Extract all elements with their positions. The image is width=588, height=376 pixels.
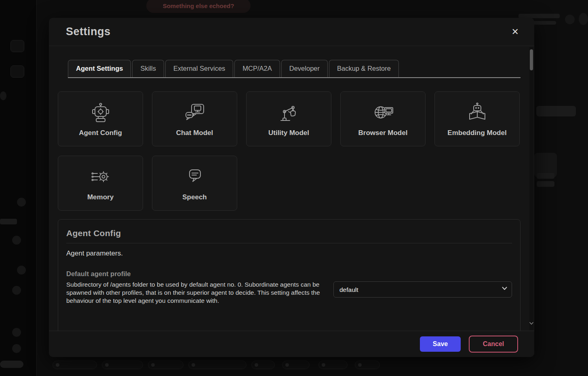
tab-backup-restore[interactable]: Backup & Restore: [329, 60, 399, 77]
modal-title: Settings: [66, 25, 111, 38]
background-right-widget: [537, 173, 554, 179]
background-sidebar-icon: [17, 198, 26, 207]
card-memory[interactable]: Memory: [58, 156, 143, 211]
background-chip: [251, 361, 275, 369]
field-description: Subdirectory of /agents folder to be use…: [66, 281, 320, 305]
tab-agent-settings[interactable]: Agent Settings: [68, 60, 131, 77]
field-control: default: [333, 270, 512, 305]
card-label: Agent Config: [79, 129, 122, 137]
background-sidebar-label: [0, 361, 23, 368]
background-toast: Something else echoed?: [146, 0, 251, 13]
scroll-down-icon[interactable]: [529, 322, 533, 327]
background-right-widget: [537, 181, 554, 187]
default-agent-profile-select[interactable]: default: [333, 281, 512, 298]
cancel-button[interactable]: Cancel: [469, 336, 518, 353]
background-sidebar: [0, 0, 37, 376]
background-chip: [355, 361, 380, 369]
tab-skills[interactable]: Skills: [132, 60, 164, 77]
background-sidebar-button: [11, 65, 24, 78]
background-sidebar-label: [0, 219, 17, 224]
modal-body: Agent Settings Skills External Services …: [49, 46, 534, 331]
background-chip: [188, 361, 247, 369]
background-avatar: [565, 15, 575, 24]
settings-modal: Settings ✕ Agent Settings Skills Externa…: [49, 18, 534, 357]
tab-mcp-a2a[interactable]: MCP/A2A: [234, 60, 280, 77]
background-sidebar-icon: [12, 328, 21, 337]
card-browser-model[interactable]: Browser Model: [340, 91, 426, 146]
modal-header: Settings ✕: [49, 18, 534, 46]
field-text: Default agent profile Subdirectory of /a…: [66, 270, 325, 305]
card-chat-model[interactable]: Chat Model: [152, 91, 237, 146]
background-chip: [282, 361, 310, 369]
background-chip: [53, 361, 97, 369]
speech-bubble-icon: [182, 165, 208, 188]
agent-config-panel: Agent Config Agent parameters. Default a…: [58, 219, 521, 331]
card-label: Embedding Model: [447, 129, 506, 137]
card-speech[interactable]: Speech: [152, 156, 237, 211]
card-agent-config[interactable]: Agent Config: [58, 91, 143, 146]
tab-external-services[interactable]: External Services: [165, 60, 233, 77]
background-chip: [148, 361, 183, 369]
card-label: Chat Model: [176, 129, 213, 137]
background-sidebar-icon: [12, 344, 21, 353]
modal-footer: Save Cancel: [49, 331, 534, 357]
save-button[interactable]: Save: [420, 336, 461, 352]
background-sidebar-icon: [17, 266, 26, 275]
background-chip: [318, 361, 348, 369]
robot-arm-icon: [276, 101, 302, 124]
background-chip: [102, 361, 143, 369]
background-avatar: [579, 13, 588, 25]
card-utility-model[interactable]: Utility Model: [246, 91, 331, 146]
card-embedding-model[interactable]: Embedding Model: [434, 91, 520, 146]
card-label: Speech: [182, 193, 207, 201]
modal-scrollbar[interactable]: [529, 47, 533, 330]
globe-monitor-icon: [370, 101, 396, 124]
panel-subtitle: Agent parameters.: [66, 249, 512, 258]
robot-reading-icon: [464, 101, 490, 124]
field-default-agent-profile: Default agent profile Subdirectory of /a…: [66, 270, 512, 305]
scrollbar-thumb[interactable]: [530, 49, 533, 70]
background-right-widget: [536, 106, 576, 116]
background-sidebar-button: [11, 40, 24, 52]
panel-divider: [66, 243, 512, 243]
chat-bubbles-icon: [182, 101, 208, 124]
background-sidebar-icon: [12, 286, 21, 295]
background-toast-text: Something else echoed?: [163, 2, 234, 9]
card-label: Memory: [87, 193, 114, 201]
close-icon[interactable]: ✕: [512, 27, 519, 36]
background-sidebar-icon: [0, 91, 6, 100]
settings-nav-cards: Agent Config Chat Model: [58, 91, 521, 211]
panel-title: Agent Config: [66, 228, 512, 238]
field-label: Default agent profile: [66, 270, 325, 278]
memory-chip-gear-icon: [88, 165, 114, 188]
robot-head-icon: [88, 101, 114, 124]
card-label: Browser Model: [358, 129, 408, 137]
tab-developer[interactable]: Developer: [281, 60, 328, 77]
background-sidebar-icon: [12, 236, 21, 245]
card-label: Utility Model: [268, 129, 309, 137]
settings-tabs: Agent Settings Skills External Services …: [68, 60, 521, 78]
